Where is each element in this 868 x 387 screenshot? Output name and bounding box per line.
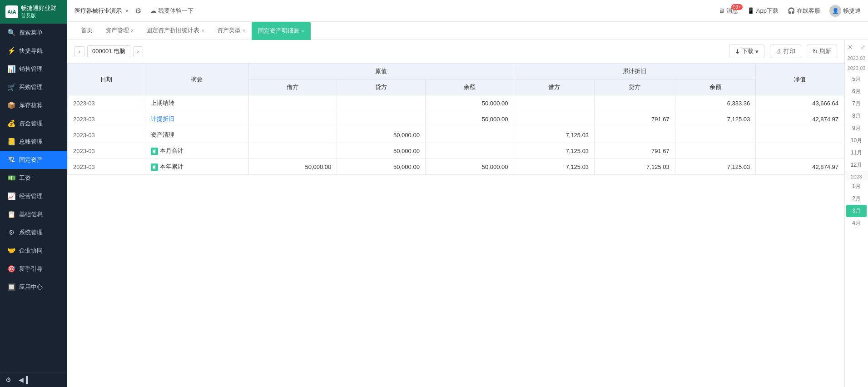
asset-code: 000001 [92, 48, 112, 55]
sidebar-item-sales[interactable]: 📊 销售管理 [0, 60, 67, 78]
timeline-month-6[interactable]: 6月 [845, 85, 868, 98]
sidebar-item-purchase[interactable]: 🛒 采购管理 [0, 78, 67, 96]
sidebar-item-app-center[interactable]: 🔲 应用中心 [0, 278, 67, 296]
sidebar-item-label: 新手引导 [19, 265, 43, 273]
timeline-month-11[interactable]: 11月 [845, 147, 868, 159]
timeline-close-btn[interactable]: ✕ [848, 44, 853, 51]
asset-code-display: 000001 电脑 [87, 45, 130, 57]
col-accum-balance: 余额 [675, 79, 756, 95]
tab-asset-mgmt-label: 资产管理 [105, 26, 129, 35]
message-badge: 99+ [731, 4, 743, 10]
collapse-sidebar-icon[interactable]: ◀▐ [19, 376, 28, 383]
table-toolbar: ‹ 000001 电脑 › ⬇ 下载 ▾ 🖨 打印 [67, 40, 844, 63]
timeline-expand-btn[interactable]: ⤢ [861, 44, 865, 50]
col-accumulated-depreciation: 累计折旧 [514, 64, 756, 79]
sidebar-item-enterprise[interactable]: 🤝 企业协同 [0, 242, 67, 260]
app-download-btn[interactable]: 📱 App下载 [747, 7, 779, 15]
asset-next-btn[interactable]: › [133, 46, 143, 56]
timeline-year-top2: 2023.03 [845, 63, 868, 73]
col-original-value: 原值 [248, 64, 514, 79]
col-desc: 摘要 [145, 64, 248, 95]
timeline-month-3[interactable]: 3月 [846, 205, 867, 217]
app-download-label: App下载 [756, 7, 779, 15]
timeline-month-7[interactable]: 7月 [845, 98, 868, 110]
settings-footer-icon[interactable]: ⚙ [5, 376, 11, 383]
sidebar-item-guide[interactable]: 🎯 新手引导 [0, 260, 67, 278]
settings-icon[interactable]: ⚙ [135, 6, 141, 15]
asset-name: 电脑 [114, 48, 125, 55]
print-btn[interactable]: 🖨 打印 [770, 45, 801, 58]
tab-depreciation-label: 固定资产折旧统计表 [146, 26, 199, 35]
sidebar-item-operations[interactable]: 📈 经营管理 [0, 187, 67, 205]
app-download-icon: 📱 [747, 7, 754, 14]
sidebar-item-system[interactable]: ⚙ 系统管理 [0, 223, 67, 242]
timeline-month-1[interactable]: 1月 [845, 180, 868, 193]
sales-icon: 📊 [7, 65, 15, 73]
tab-depreciation-stats[interactable]: 固定资产折旧统计表 × [140, 22, 210, 40]
tab-asset-mgmt[interactable]: 资产管理 × [99, 22, 140, 40]
sidebar-item-label: 基础信息 [19, 210, 43, 218]
user-menu[interactable]: 👤 畅捷通 [829, 5, 861, 17]
company-selector[interactable]: 医疗器械行业演示 ▼ [74, 7, 129, 15]
timeline-month-8[interactable]: 8月 [845, 110, 868, 122]
sidebar-item-label: 工资 [19, 174, 31, 182]
user-name: 畅捷通 [843, 7, 861, 15]
tabbar: 首页 资产管理 × 固定资产折旧统计表 × 资产类型 × 固定资产明细账 × [67, 22, 868, 40]
timeline-month-5[interactable]: 5月 [845, 73, 868, 85]
sidebar-item-basic-info[interactable]: 📋 基础信息 [0, 205, 67, 223]
sidebar-item-ledger[interactable]: 📒 总账管理 [0, 133, 67, 151]
data-table: 日期 摘要 原值 累计折旧 净值 借方 贷方 余额 借方 贷方 余额 [67, 63, 844, 387]
timeline-section-old: 5月 6月 7月 8月 9月 10月 11月 12月 [845, 73, 868, 171]
sidebar-item-inventory[interactable]: 📦 库存核算 [0, 96, 67, 114]
sidebar-item-search[interactable]: 🔍 搜索菜单 [0, 24, 67, 42]
download-dropdown-icon: ▾ [755, 48, 759, 55]
tab-asset-detail[interactable]: 固定资产明细账 × [252, 22, 310, 40]
table-container: ‹ 000001 电脑 › ⬇ 下载 ▾ 🖨 打印 [67, 40, 844, 387]
col-net-value: 净值 [756, 64, 844, 95]
tab-asset-type-close[interactable]: × [243, 28, 245, 33]
table-row: 2023-03上期结转50,000.006,333.3643,666.64 [68, 95, 844, 111]
timeline-year-top: 2023.03 [845, 53, 868, 63]
tab-asset-type[interactable]: 资产类型 × [211, 22, 252, 40]
customer-service-icon: 🎧 [788, 7, 795, 14]
topbar: 医疗器械行业演示 ▼ ⚙ ☁ 我要体验一下 🖥 消息 99+ 📱 App下载 🎧… [67, 0, 868, 22]
timeline-2023-label: 2023 [845, 171, 868, 180]
timeline-month-9[interactable]: 9月 [845, 122, 868, 134]
tab-depreciation-close[interactable]: × [201, 28, 204, 33]
desc-link[interactable]: 计提折旧 [151, 115, 243, 123]
refresh-btn[interactable]: ↻ 刷新 [807, 45, 837, 58]
sidebar-item-quick-nav[interactable]: ⚡ 快捷导航 [0, 42, 67, 60]
sidebar-item-label: 经营管理 [19, 192, 43, 200]
timeline-month-10[interactable]: 10月 [845, 134, 868, 147]
timeline-month-12[interactable]: 12月 [845, 159, 868, 171]
download-btn[interactable]: ⬇ 下载 ▾ [729, 45, 764, 58]
tab-home[interactable]: 首页 [74, 22, 99, 40]
tab-asset-detail-close[interactable]: × [301, 28, 304, 34]
summary-icon: ▣ [151, 148, 158, 155]
app-title: 畅捷通好业财 [21, 5, 56, 12]
app-subtitle: 普及版 [21, 12, 56, 19]
experience-btn[interactable]: ☁ 我要体验一下 [150, 7, 193, 15]
sidebar-item-fixed-assets[interactable]: 🏗 固定资产 [0, 151, 67, 169]
sidebar-item-label: 企业协同 [19, 247, 43, 255]
fixed-assets-icon: 🏗 [7, 156, 15, 164]
sidebar-item-payroll[interactable]: 💵 工资 [0, 169, 67, 187]
experience-label: 我要体验一下 [158, 7, 193, 15]
table-row: 2023-03▣本年累计50,000.0050,000.0050,000.007… [68, 159, 844, 175]
tab-asset-mgmt-close[interactable]: × [131, 28, 134, 33]
customer-service-btn[interactable]: 🎧 在线客服 [788, 7, 820, 15]
sidebar-item-funds[interactable]: 💰 资金管理 [0, 114, 67, 133]
sidebar-footer: ⚙ ◀▐ [0, 372, 67, 387]
inventory-icon: 📦 [7, 101, 15, 109]
message-btn[interactable]: 🖥 消息 99+ [719, 7, 738, 15]
message-icon: 🖥 [719, 7, 724, 14]
tab-asset-detail-label: 固定资产明细账 [258, 27, 299, 35]
timeline-month-4[interactable]: 4月 [845, 217, 868, 229]
purchase-icon: 🛒 [7, 83, 15, 91]
asset-prev-btn[interactable]: ‹ [74, 46, 84, 56]
timeline-section-2023: 2023 1月 2月 3月 4月 [845, 171, 868, 229]
timeline-month-2[interactable]: 2月 [845, 193, 868, 205]
download-icon: ⬇ [735, 48, 740, 55]
refresh-label: 刷新 [819, 47, 831, 55]
sidebar-item-label: 应用中心 [19, 283, 43, 291]
